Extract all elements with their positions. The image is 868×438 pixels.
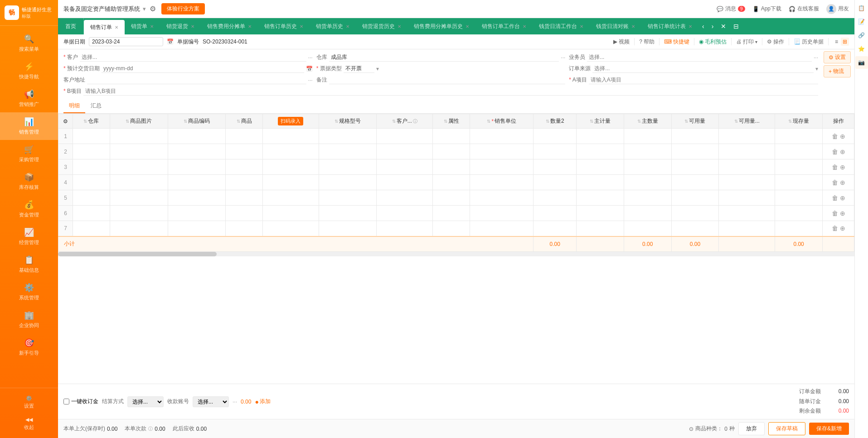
- table-settings-icon[interactable]: ⚙: [63, 118, 68, 125]
- copy-row-icon[interactable]: ⊕: [840, 225, 845, 232]
- cell-warehouse[interactable]: [73, 144, 110, 159]
- cell-stock[interactable]: [775, 144, 823, 159]
- operate-btn[interactable]: ⚙ 操作: [767, 38, 784, 46]
- cell-product-image[interactable]: [110, 144, 168, 159]
- address-input[interactable]: [87, 76, 306, 84]
- sidebar-item-enterprise[interactable]: 🏢 企业协同: [0, 306, 58, 333]
- tab-close-icon[interactable]: ✕: [115, 25, 118, 30]
- cell-available[interactable]: [671, 206, 719, 221]
- delete-row-icon[interactable]: 🗑: [832, 179, 838, 186]
- right-panel-icon-1[interactable]: 📋: [855, 2, 868, 14]
- account-more-icon[interactable]: ···: [233, 399, 237, 405]
- discard-button[interactable]: 放弃: [738, 422, 765, 435]
- tab-sales-return-goods[interactable]: 销货退货 ✕: [160, 18, 201, 34]
- cell-stock[interactable]: [775, 221, 823, 236]
- cell-available[interactable]: [671, 129, 719, 144]
- cell-customer-code[interactable]: [377, 221, 433, 236]
- cell-customer-code[interactable]: [377, 159, 433, 175]
- sidebar-item-marketing[interactable]: 📢 营销推广: [0, 85, 58, 112]
- tab-sales-return[interactable]: 销货单 ✕: [125, 18, 160, 34]
- th-settings[interactable]: ⚙: [58, 114, 73, 129]
- cell-sales-unit[interactable]: [470, 221, 533, 236]
- tab-close-icon[interactable]: ✕: [523, 24, 526, 29]
- delete-row-icon[interactable]: 🗑: [832, 133, 838, 140]
- cell-product-code[interactable]: [168, 175, 226, 190]
- help-btn[interactable]: ? 帮助: [639, 38, 655, 46]
- cell-warehouse[interactable]: [73, 129, 110, 144]
- cell-warehouse[interactable]: [73, 221, 110, 236]
- delete-row-icon[interactable]: 🗑: [832, 210, 838, 217]
- customer-more-icon[interactable]: ···: [308, 54, 313, 61]
- cell-sales-unit[interactable]: [470, 175, 533, 190]
- cell-available[interactable]: [671, 159, 719, 175]
- message-item[interactable]: 💬 消息 9: [717, 5, 745, 13]
- cell-main-qty[interactable]: [624, 144, 671, 159]
- table-scrollbar-track[interactable]: [58, 252, 854, 256]
- cell-available2[interactable]: [719, 129, 775, 144]
- sidebar-item-base[interactable]: 📋 基础信息: [0, 250, 58, 278]
- cell-main-qty[interactable]: [624, 175, 671, 190]
- list-view-icon[interactable]: ≡: [833, 38, 840, 46]
- cell-spec[interactable]: [319, 206, 377, 221]
- info-icon[interactable]: ⓘ: [413, 118, 417, 125]
- topbar-settings-icon[interactable]: ⚙: [150, 5, 156, 13]
- user-item[interactable]: 👤 用友: [826, 4, 849, 14]
- cell-available[interactable]: [671, 144, 719, 159]
- sidebar-item-sales[interactable]: 📊 销售管理: [0, 112, 58, 140]
- sidebar-collapse[interactable]: ◀◀ 收起: [0, 413, 58, 434]
- cell-customer-code[interactable]: [377, 129, 433, 144]
- tab-close-icon[interactable]: ✕: [346, 24, 349, 29]
- cell-main-unit[interactable]: [577, 129, 624, 144]
- cell-product[interactable]: [226, 190, 263, 206]
- cell-main-qty[interactable]: [624, 206, 671, 221]
- tab-sales-fee[interactable]: 销售费用分摊单 ✕: [201, 18, 258, 34]
- cell-spec[interactable]: [319, 144, 377, 159]
- cell-stock[interactable]: [775, 159, 823, 175]
- invoice-dropdown-icon[interactable]: ▾: [376, 66, 379, 72]
- right-panel-icon-5[interactable]: 📷: [855, 56, 868, 69]
- cell-attribute[interactable]: [433, 159, 470, 175]
- tab-close-icon[interactable]: ✕: [466, 24, 469, 29]
- cell-qty2[interactable]: [533, 206, 577, 221]
- delivery-input[interactable]: [102, 64, 304, 73]
- tab-close-icon[interactable]: ✕: [300, 24, 303, 29]
- tab-sales-return-goods-history[interactable]: 销货退货历史 ✕: [356, 18, 407, 34]
- salesperson-input[interactable]: [587, 53, 812, 62]
- scan-input-button[interactable]: 扫码录入: [278, 117, 303, 125]
- cell-main-qty[interactable]: [624, 190, 671, 206]
- account-select[interactable]: 选择...: [193, 396, 229, 407]
- cell-warehouse[interactable]: [73, 206, 110, 221]
- tab-sales-fee-history[interactable]: 销售费用分摊单历史 ✕: [407, 18, 475, 34]
- tab-sales-order[interactable]: 销售订单 ✕: [84, 20, 125, 34]
- cell-qty2[interactable]: [533, 159, 577, 175]
- copy-row-icon[interactable]: ⊕: [840, 210, 845, 217]
- cell-available2[interactable]: [719, 206, 775, 221]
- one-click-confirm-label[interactable]: 一键收订金: [63, 398, 98, 405]
- cell-product[interactable]: [226, 144, 263, 159]
- cell-sales-unit[interactable]: [470, 129, 533, 144]
- copy-row-icon[interactable]: ⊕: [840, 179, 845, 186]
- cell-customer-code[interactable]: [377, 144, 433, 159]
- delete-row-icon[interactable]: 🗑: [832, 164, 838, 171]
- cell-product-image[interactable]: [110, 175, 168, 190]
- payment-method-select[interactable]: 选择...: [127, 396, 164, 407]
- cell-stock[interactable]: [775, 129, 823, 144]
- delete-row-icon[interactable]: 🗑: [832, 225, 838, 232]
- cell-attribute[interactable]: [433, 144, 470, 159]
- delivery-calendar-icon[interactable]: 📅: [306, 66, 313, 72]
- tab-close-icon[interactable]: ✕: [580, 24, 583, 29]
- cell-available[interactable]: [671, 190, 719, 206]
- cell-qty2[interactable]: [533, 175, 577, 190]
- warehouse-more-icon[interactable]: ···: [561, 54, 565, 61]
- warehouse-input[interactable]: [329, 53, 559, 62]
- tab-close-icon[interactable]: ✕: [191, 24, 194, 29]
- one-click-confirm-checkbox[interactable]: [63, 399, 69, 404]
- cell-product[interactable]: [226, 159, 263, 175]
- copy-row-icon[interactable]: ⊕: [840, 148, 845, 155]
- tab-cash-daily-clear[interactable]: 钱货日清工作台 ✕: [533, 18, 590, 34]
- right-panel-icon-2[interactable]: 📝: [855, 15, 868, 28]
- cell-attribute[interactable]: [433, 175, 470, 190]
- profit-btn[interactable]: ◉ 毛利预估: [699, 38, 727, 46]
- salesperson-more-icon[interactable]: ···: [814, 54, 818, 61]
- cell-stock[interactable]: [775, 206, 823, 221]
